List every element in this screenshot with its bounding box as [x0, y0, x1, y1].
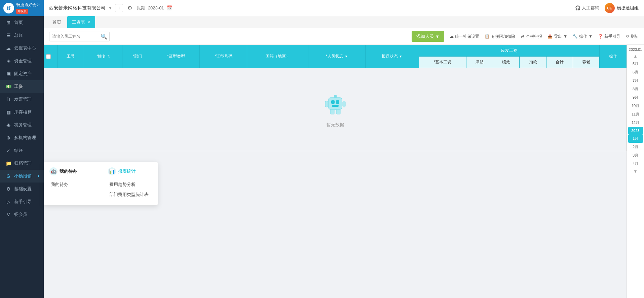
sidebar-item-xiaochang[interactable]: G 小畅报销 [0, 170, 44, 183]
sidebar-item-tax[interactable]: ◉ 税务管理 [0, 119, 44, 131]
cloud-icon: ☁ [5, 45, 11, 51]
operations-icon: 🔧 [573, 34, 578, 39]
inventory-icon: ▦ [5, 109, 11, 115]
sidebar-item-member[interactable]: V 畅会员 [0, 208, 44, 221]
svg-rect-6 [343, 101, 345, 107]
ledger-icon: ☰ [5, 33, 11, 38]
main-area: 西安虾米网络科技有限公司 ▼ + ⚙ 账期 2023-01 📅 🎧 人工咨询 C… [44, 0, 644, 298]
month-8[interactable]: 8月 [628, 85, 643, 93]
month-12[interactable]: 12月 [628, 119, 643, 127]
month-6[interactable]: 6月 [628, 68, 643, 76]
report-status-header: 报送状态 ▼ [365, 45, 419, 68]
month-1[interactable]: 1月 [628, 134, 643, 143]
sidebar-item-archive[interactable]: 📁 归档管理 [0, 157, 44, 170]
sidebar-item-new-guide[interactable]: ▷ 新手引导 [0, 195, 44, 208]
salary-table: 工号 *姓名 ⇅ *部门 *证型类型 *证型号码 [44, 45, 627, 151]
name-sort-icon[interactable]: ⇅ [107, 55, 110, 58]
special-deduction-button[interactable]: 📋 专项附加扣除 [485, 34, 515, 39]
sidebar-item-general-ledger[interactable]: ☰ 总账 [0, 29, 44, 42]
right-panel: 2023.01 ▲ 5月 6月 7月 8月 9月 10月 11月 12月 202… [627, 45, 644, 298]
svg-rect-3 [332, 105, 339, 107]
id-type-header: *证型类型 [152, 45, 200, 68]
popup-item-expense-trend[interactable]: 费用趋势分析 [108, 179, 153, 190]
svg-rect-5 [325, 101, 328, 107]
search-box: 🔍 [49, 32, 110, 41]
sidebar-item-settlement[interactable]: ✓ 结账 [0, 144, 44, 157]
basic-settings-icon: ⚙ [5, 186, 11, 192]
sidebar-item-invoice[interactable]: 🗒 发票管理 [0, 93, 44, 106]
export-button[interactable]: 📤 导出 ▼ [547, 34, 567, 39]
logo-icon: 好 [3, 3, 14, 13]
add-person-button[interactable]: 添加人员 ▼ [412, 31, 444, 42]
pension-header: 养老 [573, 57, 600, 68]
sidebar-item-home[interactable]: ⊞ 首页 [0, 16, 44, 29]
sidebar-item-salary[interactable]: 💵 工资 [0, 80, 44, 93]
month-7[interactable]: 7月 [628, 76, 643, 85]
svg-rect-0 [329, 98, 342, 109]
search-icon[interactable]: 🔍 [101, 33, 107, 40]
top-header: 西安虾米网络科技有限公司 ▼ + ⚙ 账期 2023-01 📅 🎧 人工咨询 C… [44, 0, 644, 16]
bonus-header: 绩效 [493, 57, 520, 68]
year-2023[interactable]: 2023 [628, 127, 643, 134]
settlement-icon: ✓ [5, 148, 11, 153]
popup-col2-icon: 📊 [108, 167, 116, 175]
select-all-checkbox[interactable] [46, 54, 51, 59]
sidebar-item-assets[interactable]: ▣ 固定资产 [0, 67, 44, 80]
report-filter-icon[interactable]: ▼ [399, 55, 403, 58]
archive-icon: 📁 [5, 161, 11, 166]
user-area[interactable]: CE 畅捷通组组 [605, 3, 639, 13]
company-dropdown-icon[interactable]: ▼ [108, 6, 112, 10]
total-header: 合计 [546, 57, 573, 68]
subsidy-header: 津贴 [466, 57, 493, 68]
calendar-icon[interactable]: 📅 [167, 5, 172, 10]
refresh-button[interactable]: ↻ 刷新 [626, 34, 639, 39]
sidebar-item-multi-org[interactable]: ⊕ 多机构管理 [0, 131, 44, 144]
header-right: 🎧 人工咨询 CE 畅捷通组组 [575, 3, 639, 13]
fund-icon: ◈ [5, 58, 11, 64]
tab-salary[interactable]: 工资表 ✕ [67, 16, 95, 28]
export-dropdown-icon: ▼ [563, 34, 567, 39]
new-guide-toolbar-button[interactable]: ❓ 新手引导 [598, 34, 620, 39]
tab-close-salary[interactable]: ✕ [87, 20, 90, 25]
month-10[interactable]: 10月 [628, 102, 643, 110]
month-5[interactable]: 5月 [628, 60, 643, 68]
personnel-status-header: *人员状态 ▼ [308, 45, 365, 68]
popup-col-1: 🤖 我的待办 我的待办 [49, 167, 94, 200]
month-3[interactable]: 3月 [628, 151, 643, 160]
operations-dropdown-icon: ▼ [589, 34, 593, 39]
service-button[interactable]: 🎧 人工咨询 [575, 5, 599, 11]
base-salary-header: *基本工资 [419, 57, 466, 68]
month-2[interactable]: 2月 [628, 143, 643, 151]
month-11[interactable]: 11月 [628, 110, 643, 119]
popup-item-my-todo[interactable]: 我的待办 [49, 179, 94, 190]
tab-home[interactable]: 首页 [48, 16, 66, 28]
export-icon: 📤 [547, 34, 553, 39]
month-nav-down[interactable]: ▼ [631, 168, 641, 175]
svg-rect-7 [330, 109, 334, 114]
month-4[interactable]: 4月 [628, 160, 643, 168]
popup-item-expense-type[interactable]: 部门费用类型统计表 [108, 190, 153, 200]
header-add-button[interactable]: + [115, 4, 123, 12]
sidebar-item-inventory[interactable]: ▦ 库存核算 [0, 106, 44, 119]
sidebar-item-fund[interactable]: ◈ 资金管理 [0, 55, 44, 67]
multi-org-icon: ⊕ [5, 135, 11, 140]
search-input[interactable] [52, 34, 99, 39]
operations-button[interactable]: 🔧 操作 ▼ [573, 34, 593, 39]
unified-insurance-button[interactable]: ☁ 统一社保设置 [450, 34, 479, 39]
period-label: 账期 2023-01 📅 [137, 5, 172, 11]
new-guide-toolbar-icon: ❓ [598, 34, 603, 39]
svg-rect-1 [331, 100, 335, 104]
nationality-header: 国籍（地区） [247, 45, 308, 68]
individual-tax-button[interactable]: 🖨 个税申报 [521, 34, 542, 39]
personnel-filter-icon[interactable]: ▼ [345, 55, 348, 58]
header-settings-button[interactable]: ⚙ [126, 4, 134, 12]
sidebar-item-basic-settings[interactable]: ⚙ 基础设置 [0, 183, 44, 195]
month-9[interactable]: 9月 [628, 93, 643, 102]
sidebar: 好 畅捷通好会计 财税版 ⊞ 首页 ☰ 总账 ☁ 云报表中心 ◈ 资金管理 ▣ … [0, 0, 44, 298]
empty-text: 暂无数据 [327, 122, 344, 128]
popup-col1-title: 🤖 我的待办 [49, 167, 94, 175]
special-deduction-icon: 📋 [485, 34, 490, 39]
sidebar-item-cloud-report[interactable]: ☁ 云报表中心 [0, 42, 44, 55]
unified-insurance-icon: ☁ [450, 34, 454, 39]
month-nav-up[interactable]: ▲ [631, 53, 641, 60]
